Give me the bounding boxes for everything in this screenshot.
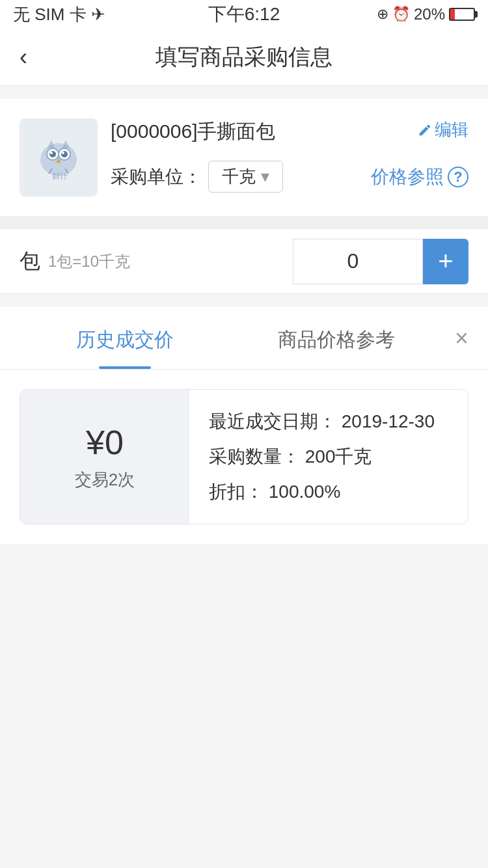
svg-point-7: [50, 152, 53, 154]
tab-history-price[interactable]: 历史成交价: [20, 307, 230, 369]
svg-point-5: [49, 151, 56, 157]
divider: [0, 216, 488, 229]
tabs-panel: 历史成交价 商品价格参考 × ¥0 交易2次 最近成交日期： 2019-12-3…: [0, 307, 488, 544]
history-right: 最近成交日期： 2019-12-30 采购数量： 200千克 折扣： 100.0…: [189, 390, 468, 524]
product-header: 财计 [0000006]手撕面包 编辑 采购单位： 千克: [20, 118, 468, 197]
purchase-unit-label: 采购单位：: [111, 165, 202, 189]
nav-bar: ‹ 填写商品采购信息: [0, 29, 488, 86]
quantity-input[interactable]: [293, 239, 423, 284]
signal-text: 无 SIM 卡 ✈: [13, 5, 105, 24]
status-bar: 无 SIM 卡 ✈ 下午6:12 ⊕ ⏰ 20%: [0, 0, 488, 29]
tab-close-button[interactable]: ×: [442, 312, 468, 365]
discount-row: 折扣： 100.00%: [209, 480, 448, 504]
quantity-input-group: +: [293, 239, 468, 284]
product-title-row: [0000006]手撕面包 编辑: [111, 118, 468, 145]
svg-point-8: [62, 152, 64, 154]
quantity-plus-button[interactable]: +: [423, 239, 468, 284]
edit-button[interactable]: 编辑: [418, 118, 468, 141]
history-transactions: 交易2次: [75, 468, 135, 491]
history-left: ¥0 交易2次: [20, 390, 189, 524]
recent-date-row: 最近成交日期： 2019-12-30: [209, 409, 448, 434]
quantity-row: 包 1包=10千克 +: [0, 229, 488, 294]
quantity-conversion: 1包=10千克: [48, 251, 130, 272]
tabs-header: 历史成交价 商品价格参考 ×: [0, 307, 488, 370]
history-content: ¥0 交易2次 最近成交日期： 2019-12-30 采购数量： 200千克 折…: [0, 370, 488, 544]
battery-text: 20%: [414, 5, 445, 23]
product-info: [0000006]手撕面包 编辑 采购单位： 千克 ▾ 价: [111, 118, 468, 193]
tab-product-price-ref[interactable]: 商品价格参考: [230, 307, 441, 369]
unit-select[interactable]: 千克 ▾: [208, 161, 283, 193]
page-title: 填写商品采购信息: [156, 42, 332, 72]
alarm-icon: ⏰: [392, 6, 410, 23]
product-name: [0000006]手撕面包: [111, 118, 418, 145]
price-ref-help-icon: ?: [448, 167, 468, 187]
status-time: 下午6:12: [208, 2, 280, 27]
status-right: ⊕ ⏰ 20%: [377, 5, 475, 23]
svg-text:财计: 财计: [52, 172, 68, 180]
purchase-unit-row: 采购单位： 千克 ▾ 价格参照 ?: [111, 161, 468, 193]
back-button[interactable]: ‹: [20, 44, 27, 71]
history-price: ¥0: [86, 423, 124, 462]
quantity-unit: 包: [20, 247, 40, 276]
status-left: 无 SIM 卡 ✈: [13, 3, 105, 26]
product-logo: 财计: [33, 131, 85, 183]
quantity-label-group: 包 1包=10千克: [20, 247, 130, 276]
gps-icon: ⊕: [377, 6, 388, 23]
history-card: ¥0 交易2次 最近成交日期： 2019-12-30 采购数量： 200千克 折…: [20, 389, 468, 524]
quantity-detail-row: 采购数量： 200千克: [209, 444, 448, 469]
svg-point-6: [61, 151, 68, 157]
edit-icon: [418, 123, 432, 137]
battery-icon: [449, 8, 475, 21]
main-content: [0, 544, 488, 868]
product-card: 财计 [0000006]手撕面包 编辑 采购单位： 千克: [0, 99, 488, 216]
product-image: 财计: [20, 118, 98, 197]
price-ref-button[interactable]: 价格参照 ?: [371, 165, 468, 189]
